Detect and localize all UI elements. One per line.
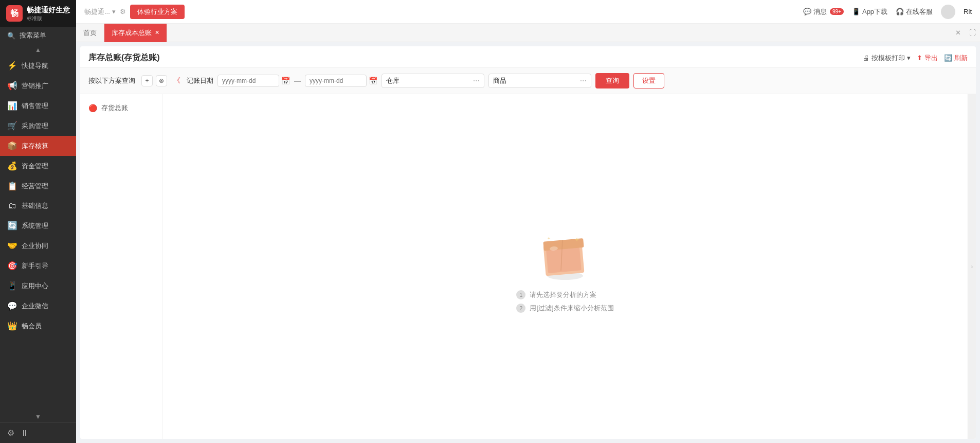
right-panel-toggle[interactable]: › [968,94,976,439]
sidebar-logo: 畅 畅捷通好生意 标准版 [0,0,76,27]
message-button[interactable]: 💬 消息 99+ [803,7,844,16]
hint-text-1: 请先选择要分析的方案 [530,290,596,299]
empty-svg: ✦ ✦ [534,220,596,282]
refresh-button[interactable]: 🔄 刷新 [944,54,968,63]
hint-item-1: 1 请先选择要分析的方案 [516,290,613,299]
sidebar-item-inventory[interactable]: 📦 库存核算 [0,136,76,156]
sidebar-item-system[interactable]: 🔄 系统管理 [0,216,76,236]
warehouse-select[interactable]: 仓库 ··· [382,74,484,88]
sidebar-search[interactable]: 🔍 搜索菜单 [0,27,76,44]
sales-icon: 📊 [7,101,17,111]
topbar-right: 💬 消息 99+ 📱 App下载 🎧 在线客服 Rit [803,5,972,19]
settings-icon-topbar[interactable]: ⚙ [120,8,126,15]
date-end-input[interactable] [305,75,367,87]
sidebar-item-quick-nav[interactable]: ⚡ 快捷导航 [0,56,76,76]
app-download-button[interactable]: 📱 App下载 [852,7,887,16]
sidebar-item-purchase[interactable]: 🛒 采购管理 [0,116,76,136]
logo-icon: 畅 [6,5,23,22]
operations-icon: 📋 [7,181,17,191]
sidebar-item-member[interactable]: 👑 畅会员 [0,316,76,336]
date-label: 记账日期 [187,76,213,85]
hint-num-1: 1 [516,290,525,299]
filter-icons: + ⊗ [141,75,167,86]
hint-text-2: 用[过滤]条件来缩小分析范围 [530,304,613,313]
content-area: 🔴 存货总账 [80,94,976,439]
online-service-label: 在线客服 [906,7,933,16]
sidebar-item-guide[interactable]: 🎯 新手引导 [0,256,76,276]
inventory-ledger-label: 存货总账 [101,103,128,113]
breadcrumb-chevron: ▾ [112,8,116,15]
tab-label: 库存成本总账 [112,28,152,38]
chevron-down-icon: ▾ [907,54,911,62]
sidebar-item-app-center[interactable]: 📱 应用中心 [0,276,76,296]
export-icon: ⬆ [917,54,922,62]
svg-text:✦: ✦ [574,236,579,243]
settings-button[interactable]: 设置 [633,73,664,88]
date-start-input[interactable] [217,75,279,87]
industry-solution-button[interactable]: 体验行业方案 [130,5,185,19]
sidebar-item-label: 新手引导 [22,261,48,271]
export-button[interactable]: ⬆ 导出 [917,54,938,63]
empty-hint: 1 请先选择要分析的方案 2 用[过滤]条件来缩小分析范围 [516,290,613,313]
sidebar-item-marketing[interactable]: 📢 营销推广 [0,76,76,96]
sidebar-scroll-down[interactable]: ▼ [0,411,76,422]
avatar[interactable] [941,5,955,19]
calendar-end-icon[interactable]: 📅 [369,77,377,85]
sidebar-item-basic-info[interactable]: 🗂 基础信息 [0,196,76,216]
sidebar-scroll-up[interactable]: ▲ [0,44,76,56]
filter-panel: 🔴 存货总账 [80,94,162,439]
breadcrumb-text: 畅捷通... [84,7,110,16]
search-icon: 🔍 [7,32,15,40]
sidebar-item-label: 系统管理 [22,221,48,231]
settings-footer-icon[interactable]: ⚙ [7,428,14,438]
tab-close-all[interactable]: ✕ [951,29,965,37]
filter-collapse-button[interactable]: 《 [173,76,180,85]
empty-illustration: ✦ ✦ [534,220,596,282]
warehouse-label: 仓库 [386,76,471,85]
sidebar-item-label: 库存核算 [22,141,48,151]
audio-footer-icon[interactable]: ⏸ [21,429,29,438]
member-icon: 👑 [7,321,17,331]
tab-close-icon[interactable]: ✕ [155,29,159,36]
query-button[interactable]: 查询 [595,73,629,88]
filter-bar: 按以下方案查询 + ⊗ 《 记账日期 📅 — 📅 仓库 ·· [80,68,976,94]
app-download-label: App下载 [862,7,887,16]
sidebar-item-operations[interactable]: 📋 经营管理 [0,176,76,196]
topbar-left: 畅捷通... ▾ ⚙ 体验行业方案 [84,5,798,19]
sidebar-item-finance[interactable]: 💰 资金管理 [0,156,76,176]
sidebar-item-label: 采购管理 [22,121,48,131]
marketing-icon: 📢 [7,81,17,91]
print-icon: 🖨 [863,54,869,62]
sidebar-item-label: 资金管理 [22,162,48,171]
online-service-button[interactable]: 🎧 在线客服 [896,7,933,16]
sidebar-item-label: 快捷导航 [22,61,48,70]
tab-expand-icon[interactable]: ⛶ [965,29,980,37]
app-center-icon: 📱 [7,281,17,291]
message-label: 消息 [813,7,827,16]
calendar-start-icon[interactable]: 📅 [281,77,290,85]
sidebar: 畅 畅捷通好生意 标准版 🔍 搜索菜单 ▲ ⚡ 快捷导航 📢 营销推广 📊 销售… [0,0,76,443]
svg-rect-2 [546,247,582,273]
remove-filter-button[interactable]: ⊗ [156,75,167,86]
sidebar-item-label: 企业微信 [22,302,48,311]
product-more-icon: ··· [580,76,587,85]
breadcrumb: 畅捷通... ▾ [84,7,116,16]
quick-nav-icon: ⚡ [7,61,17,70]
sidebar-item-label: 应用中心 [22,281,48,291]
page-actions: 🖨 按模板打印 ▾ ⬆ 导出 🔄 刷新 [863,54,968,63]
sidebar-item-sales[interactable]: 📊 销售管理 [0,96,76,116]
inventory-ledger-item[interactable]: 🔴 存货总账 [80,99,162,117]
tab-inventory-cost[interactable]: 库存成本总账 ✕ [104,24,167,42]
hint-num-2: 2 [516,304,525,313]
sidebar-item-label: 企业协同 [22,241,48,251]
add-filter-button[interactable]: + [141,75,153,86]
sidebar-item-enterprise[interactable]: 🤝 企业协同 [0,236,76,256]
hint-item-2: 2 用[过滤]条件来缩小分析范围 [516,304,613,313]
guide-icon: 🎯 [7,261,17,271]
tab-home[interactable]: 首页 [76,24,104,42]
print-template-button[interactable]: 🖨 按模板打印 ▾ [863,54,911,63]
sidebar-item-wechat[interactable]: 💬 企业微信 [0,296,76,316]
product-select[interactable]: 商品 ··· [488,74,591,88]
headset-icon: 🎧 [896,8,904,15]
date-end-wrap: 📅 [305,75,377,87]
